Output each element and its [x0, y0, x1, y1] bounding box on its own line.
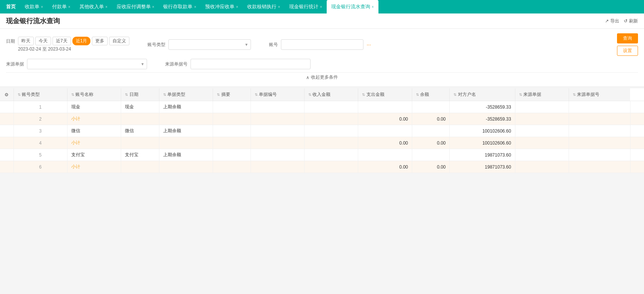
cell-date	[159, 137, 213, 149]
nav-tab-yushou[interactable]: 预收冲应收单 ×	[201, 0, 243, 13]
date-more[interactable]: 更多	[92, 37, 108, 45]
cell-expense: 0.00	[412, 137, 450, 149]
cell-doc-no	[305, 101, 358, 113]
cell-date: 上期余额	[159, 149, 213, 161]
nav-tab-yingshouyingfu[interactable]: 应收应付调整单 ×	[112, 0, 159, 13]
col-doc-type[interactable]: ⇅ 单据类型	[159, 88, 213, 101]
cell-counterparty	[515, 101, 569, 113]
cell-account-type: 小计	[67, 113, 121, 125]
close-icon[interactable]: ×	[105, 5, 108, 9]
refresh-icon: ↺	[624, 18, 627, 24]
cell-income	[358, 101, 412, 113]
cell-source-doc	[569, 101, 630, 113]
nav-tab-shoukuanhexiao[interactable]: 收款核销执行 ×	[243, 0, 285, 13]
col-income[interactable]: ⇅ 收入金额	[305, 88, 358, 101]
cell-doc-no	[305, 137, 358, 149]
cell-doc-type	[213, 113, 251, 125]
cell-counterparty	[515, 137, 569, 149]
close-icon[interactable]: ×	[320, 5, 322, 9]
cell-income	[358, 125, 412, 137]
nav-tab-fukuandan[interactable]: 付款单 ×	[48, 0, 75, 13]
account-no-filter: 账号 ···	[269, 39, 371, 50]
cell-counterparty	[515, 161, 569, 173]
col-account-type[interactable]: ⇅ 账号类型	[14, 88, 67, 101]
cell-counterparty	[515, 113, 569, 125]
row-number: 6	[14, 161, 67, 173]
cell-account-name: 现金	[121, 101, 159, 113]
nav-home[interactable]: 首页	[2, 0, 20, 13]
date-7days[interactable]: 近7天	[53, 37, 71, 45]
date-yesterday[interactable]: 昨天	[18, 37, 34, 45]
cell-doc-type	[213, 161, 251, 173]
nav-tab-xianjinyinhangtongji[interactable]: 现金银行统计 ×	[285, 0, 327, 13]
table-row: 3微信微信上期余额100102606.60	[0, 125, 644, 137]
chevron-down-icon: ▾	[141, 61, 144, 67]
nav-tab-yinhangcunqu[interactable]: 银行存取款单 ×	[159, 0, 201, 13]
source-doc-select[interactable]: ▾	[27, 59, 147, 69]
cell-account-type: 现金	[67, 101, 121, 113]
close-icon[interactable]: ×	[152, 5, 155, 9]
cell-balance: 19871073.60	[450, 161, 515, 173]
date-1month[interactable]: 近1月	[72, 37, 91, 45]
cell-balance: 100102606.60	[450, 125, 515, 137]
cell-summary	[251, 113, 304, 125]
account-type-select[interactable]: ▾	[168, 39, 251, 50]
account-label: 账号	[269, 42, 278, 48]
col-settings[interactable]: ⚙	[0, 88, 14, 101]
cell-source-doc-no	[630, 137, 644, 149]
close-icon[interactable]: ×	[236, 5, 238, 9]
cell-counterparty	[515, 125, 569, 137]
query-button[interactable]: 查询	[617, 33, 638, 43]
date-options: 昨天 今天 近7天 近1月 更多 自定义 2023-02-24 至 2023-0…	[18, 37, 129, 52]
cell-source-doc-no	[630, 125, 644, 137]
filter-area: 日期 昨天 今天 近7天 近1月 更多 自定义 2023-02-24 至 202…	[0, 29, 644, 87]
cell-source-doc-no	[630, 113, 644, 125]
nav-tab-shoukuandan[interactable]: 收款单 ×	[20, 0, 48, 13]
cell-income: 0.00	[358, 161, 412, 173]
refresh-button[interactable]: ↺ 刷新	[624, 18, 638, 24]
row-number: 1	[14, 101, 67, 113]
export-button[interactable]: ↗ 导出	[605, 18, 619, 24]
col-summary[interactable]: ⇅ 摘要	[213, 88, 251, 101]
account-input[interactable]	[281, 39, 363, 50]
date-custom[interactable]: 自定义	[109, 37, 129, 45]
source-doc-label: 来源单据	[6, 61, 24, 67]
date-label: 日期	[6, 38, 15, 45]
col-expense[interactable]: ⇅ 支出金额	[358, 88, 412, 101]
cell-account-name	[121, 113, 159, 125]
cell-doc-no	[305, 149, 358, 161]
close-icon[interactable]: ×	[372, 5, 374, 9]
col-counterparty[interactable]: ⇅ 对方户名	[450, 88, 515, 101]
col-balance[interactable]: ⇅ 余额	[412, 88, 450, 101]
setting-button[interactable]: 设置	[617, 46, 638, 56]
cell-income: 0.00	[358, 137, 412, 149]
chevron-up-icon: ∧	[306, 75, 309, 80]
close-icon[interactable]: ×	[68, 5, 71, 9]
ellipsis-icon[interactable]: ···	[366, 42, 371, 48]
cell-source-doc	[569, 149, 630, 161]
cell-summary	[251, 137, 304, 149]
data-table: ⚙ ⇅ 账号类型 ⇅ 账号名称 ⇅ 日期 ⇅ 单据类型	[0, 88, 644, 173]
cell-summary	[251, 101, 304, 113]
gear-icon[interactable]: ⚙	[5, 92, 9, 97]
account-type-label: 账号类型	[147, 42, 165, 48]
source-doc-no-input[interactable]	[191, 59, 311, 69]
cell-account-type: 支付宝	[67, 149, 121, 161]
close-icon[interactable]: ×	[278, 5, 280, 9]
col-account-name[interactable]: ⇅ 账号名称	[67, 88, 121, 101]
col-doc-no[interactable]: ⇅ 单据编号	[251, 88, 304, 101]
source-doc-no-label: 来源单据号	[165, 61, 188, 67]
col-date[interactable]: ⇅ 日期	[121, 88, 159, 101]
close-icon[interactable]: ×	[194, 5, 196, 9]
collapse-button[interactable]: ∧ 收起更多条件	[6, 72, 638, 82]
date-today[interactable]: 今天	[35, 37, 51, 45]
cell-doc-type	[213, 149, 251, 161]
close-icon[interactable]: ×	[41, 5, 43, 9]
nav-tab-liushui[interactable]: 现金银行流水查询 ×	[327, 0, 378, 13]
header-actions: ↗ 导出 ↺ 刷新	[605, 18, 638, 24]
col-source-doc-no[interactable]: ⇅ 来源单据号	[569, 88, 630, 101]
cell-date: 上期余额	[159, 101, 213, 113]
col-source-doc[interactable]: ⇅ 来源单据	[515, 88, 569, 101]
nav-tab-qitashouruda[interactable]: 其他收入单 ×	[75, 0, 112, 13]
source-doc-no-filter: 来源单据号	[165, 59, 311, 69]
